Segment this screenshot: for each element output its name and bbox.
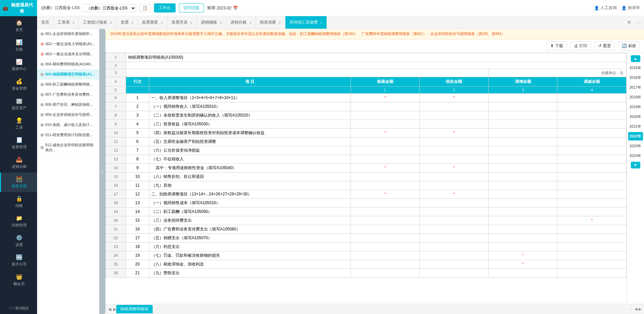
row-num-5: 5 [106, 86, 126, 93]
sidebar-item-archive[interactable]: 📁归档管理 [0, 212, 37, 231]
tab-close-incheck[interactable]: × [220, 21, 222, 25]
main-area: (勿删）江西股金-LSS （勿删）江西股金-LSS 📋 工作台 切到旧版 账期 … [37, 0, 644, 314]
tab-invoice[interactable]: 发票 × [117, 16, 138, 29]
sidebar-item-settings[interactable]: ⚙️设置 [0, 231, 37, 251]
tab-close-payroll-report[interactable]: × [110, 21, 112, 25]
sheet-tab-adjust[interactable]: 纳税调整明细表 [116, 305, 153, 313]
switch-old-btn[interactable]: 切到旧版 [179, 3, 204, 12]
list-item-008[interactable]: 008-资产折旧、摊销及纳税... [37, 100, 99, 110]
sidebar-item-home[interactable]: 🏠首页 [0, 16, 37, 36]
sidebar-item-tax[interactable]: 🧮税务管理 [0, 172, 37, 192]
print-icon: 🖨 [574, 43, 578, 48]
status-dot [40, 123, 44, 127]
sidebar-label-ledger: 总账 [16, 47, 23, 52]
copy-btn[interactable]: 📋 [140, 4, 151, 12]
year-2019[interactable]: 2019年 [628, 103, 643, 111]
print-btn[interactable]: 🖨 打印 [570, 41, 591, 51]
sidebar-label-home: 首页 [16, 27, 23, 32]
tab-incheck[interactable]: 进销稽核 × [197, 16, 226, 29]
table-row: 22 17 （五）捐赠支出（填写A105070） [106, 233, 626, 242]
sidebar-item-report[interactable]: 📈报表中心 [0, 55, 37, 75]
panel-collapse-btn[interactable]: ‹ [99, 29, 105, 314]
year-2017[interactable]: 2017年 [628, 83, 643, 92]
tab-close-invoice[interactable]: × [131, 21, 133, 25]
reset-btn[interactable]: ↺ 重置 [594, 41, 615, 51]
sidebar-item-newbie[interactable]: 🆕新手引导 [0, 251, 37, 270]
year-2015[interactable]: 2015年 [628, 64, 643, 72]
service-btn[interactable]: 👤 人工咨询 [594, 5, 617, 11]
tab-close-payroll[interactable]: × [72, 21, 74, 25]
download-btn[interactable]: ⬇ 下载 [547, 41, 567, 51]
tab-invoice-issue[interactable]: 发票开具 × [167, 16, 197, 29]
status-dot-red: ⊗ [40, 52, 44, 57]
col-c3-header: 调增金额 [488, 77, 557, 86]
year-2021[interactable]: 2021年 [628, 122, 643, 131]
calendar-icon[interactable]: 📅 [233, 6, 238, 10]
table-unit: 全额单位：元 [601, 71, 623, 75]
col-sub-4: 4 [557, 86, 626, 93]
list-item-001[interactable]: 001-企业所得税年度纳税申... [37, 29, 99, 39]
year-2022[interactable]: 2022年 [628, 132, 643, 140]
tab-close-all[interactable]: ✕ [623, 19, 635, 26]
reset-icon: ↺ [598, 43, 602, 48]
company-dropdown[interactable]: （勿删）江西股金-LSS [82, 4, 136, 12]
tab-home[interactable]: 首页 [37, 16, 54, 29]
right-panel: 2019年度涉及取以前年度继续数据的申报表单元格需要手工维护正确，才能保证本年及… [105, 29, 644, 314]
year-2018[interactable]: 2018年 [628, 93, 643, 101]
list-item-002[interactable]: ⊗ 002-一般企业收入明细表(A1... [37, 39, 99, 49]
sidebar-item-intax[interactable]: 📥进销台账 [0, 153, 37, 172]
list-item-009[interactable]: 009-企业所得税弥补亏损明... [37, 110, 99, 120]
sidebar-item-ledger[interactable]: 📊总账 [0, 36, 37, 55]
tab-more[interactable]: ⋯ [635, 20, 644, 25]
tab-close-taxclear[interactable]: × [279, 21, 281, 25]
list-item-004[interactable]: 004-期间费用明细表(A1040... [37, 59, 99, 69]
tab-inledger[interactable]: 进销台账 × [226, 16, 256, 29]
year-up-btn[interactable]: ▲ [631, 55, 640, 62]
row-num-3: 3 [106, 69, 126, 77]
left-panel: 001-企业所得税年度纳税申... ⊗ 002-一般企业收入明细表(A1... … [37, 29, 99, 314]
tab-close-inledger[interactable]: × [249, 21, 251, 25]
tab-invoice-calc[interactable]: 发票测算 × [138, 16, 167, 29]
sidebar-item-asset[interactable]: 💰资金管理 [0, 75, 37, 94]
list-item-012[interactable]: 012-减免企业所得税优惠明细表(0... [37, 140, 99, 155]
company-label: (勿删）江西股金-LSS [41, 5, 80, 11]
user-profile[interactable]: 👤 徐泽华 [621, 5, 640, 11]
list-item-003[interactable]: ⊗ 003-一般企业成本支出明细... [37, 49, 99, 59]
list-item-007[interactable]: 007-广告费和业务宣传费跨... [37, 90, 99, 100]
tab-close-income-tax[interactable]: × [320, 21, 323, 25]
workspace-btn[interactable]: 工作台 [154, 3, 176, 12]
tab-payroll[interactable]: 工资表 × [54, 16, 79, 29]
sheet-prev-btn[interactable]: ◀ [108, 307, 111, 312]
sidebar-label-report: 报表中心 [12, 66, 27, 71]
list-item-006[interactable]: 006-职工薪酬纳税调整明细... [37, 80, 99, 90]
tabbar: 首页 工资表 × 工资统计报表 × 发票 × 发票测算 × 发票开具 × 进销稽… [37, 16, 644, 29]
sidebar-item-close[interactable]: 🔒结账 [0, 192, 37, 212]
year-2020[interactable]: 2020年 [628, 113, 643, 121]
sidebar-unpin[interactable]: ◁◁ 取消固定 [0, 303, 37, 314]
sidebar-nav: 🏠首页📊总账📈报表中心💰资金管理🏢固定资产👷工资🧾发票管理📥进销台账🧮税务管理🔒… [0, 16, 37, 303]
table-row: 16 11 （九）其他 [106, 181, 626, 190]
table-area[interactable]: 1 纳税调整项目明细表(A105000) 2 3 [105, 53, 626, 304]
sheet-next-btn[interactable]: ▶ [113, 307, 116, 312]
tab-close-invoice-calc[interactable]: × [161, 21, 163, 25]
list-item-010[interactable]: 010-免税、减计收入及加计... [37, 120, 99, 130]
sidebar-item-invoice[interactable]: 🧾发票管理 [0, 133, 37, 153]
status-dot [40, 73, 44, 76]
list-item-011[interactable]: 011-研发费用加计扣除优惠... [37, 130, 99, 140]
year-2024[interactable]: 2024年 [628, 152, 643, 160]
year-down-btn[interactable]: ▼ [631, 162, 640, 168]
tab-close-invoice-issue[interactable]: × [190, 21, 192, 25]
sidebar-item-payroll[interactable]: 👷工资 [0, 114, 37, 133]
refresh-btn[interactable]: 🔄 刷新 [618, 41, 640, 51]
sidebar-label-fixed: 固定资产 [12, 105, 27, 111]
sidebar-item-member[interactable]: 👑畅会员 [0, 270, 37, 290]
sidebar-item-fixed[interactable]: 🏢固定资产 [0, 94, 37, 114]
tab-taxclear[interactable]: 税表清册 × [256, 16, 285, 29]
sidebar-icon-asset: 💰 [16, 78, 23, 85]
year-2016[interactable]: 2016年 [628, 73, 643, 82]
tab-income-tax[interactable]: 所得税汇算缴费 × [285, 16, 327, 29]
tab-payroll-report[interactable]: 工资统计报表 × [79, 16, 116, 29]
sidebar-label-asset: 资金管理 [12, 86, 27, 91]
list-item-005[interactable]: 005-纳税调整项目明细表(A1... [37, 69, 99, 80]
year-2023[interactable]: 2023年 [628, 142, 643, 150]
